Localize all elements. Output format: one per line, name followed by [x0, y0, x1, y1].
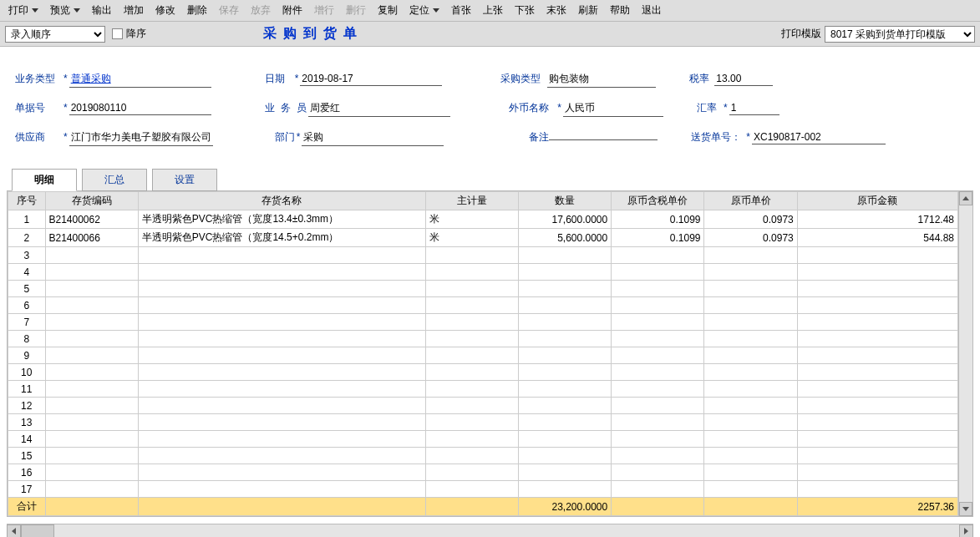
table-row[interactable]: 16	[8, 464, 958, 481]
table-row[interactable]: 8	[8, 331, 958, 347]
grid-header-row: 序号 存货编码 存货名称 主计量 数量 原币含税单价 原币单价 原币金额	[8, 192, 958, 210]
table-row[interactable]: 3	[8, 247, 958, 264]
dropdown-icon	[32, 8, 38, 13]
table-row[interactable]: 15	[8, 448, 958, 464]
col-amount[interactable]: 原币金额	[797, 192, 957, 210]
order-select[interactable]: 录入顺序	[5, 26, 105, 43]
tab-settings[interactable]: 设置	[152, 169, 217, 191]
print-template-label: 打印模版	[781, 27, 821, 41]
field-remark[interactable]: 备注	[502, 130, 658, 146]
scroll-down-icon[interactable]	[959, 502, 972, 516]
desc-label: 降序	[126, 27, 146, 41]
scroll-left-icon[interactable]	[7, 524, 21, 537]
data-grid[interactable]: 序号 存货编码 存货名称 主计量 数量 原币含税单价 原币单价 原币金额 1B2…	[8, 191, 958, 516]
table-row[interactable]: 12	[8, 398, 958, 414]
col-name[interactable]: 存货名称	[138, 192, 425, 210]
field-date[interactable]: 日期* 2019-08-17	[265, 72, 443, 88]
scroll-thumb[interactable]	[21, 524, 54, 537]
sub-toolbar: 录入顺序 降序 采购到货单 打印模版 8017 采购到货单打印模版	[0, 22, 980, 47]
toolbar-上张[interactable]: 上张	[478, 2, 508, 19]
table-row[interactable]: 4	[8, 264, 958, 281]
toolbar-放弃: 放弃	[246, 2, 276, 19]
field-doc-no[interactable]: 单据号* 2019080110	[15, 101, 211, 117]
toolbar-帮助[interactable]: 帮助	[605, 2, 635, 19]
toolbar-预览[interactable]: 预览	[45, 2, 85, 19]
table-row[interactable]: 6	[8, 297, 958, 314]
vertical-scrollbar[interactable]	[958, 191, 972, 516]
toolbar-定位[interactable]: 定位	[404, 2, 444, 19]
grid-total-row: 合计 23,200.0000 2257.36	[8, 498, 958, 516]
table-row[interactable]: 7	[8, 314, 958, 331]
col-price[interactable]: 原币单价	[704, 192, 797, 210]
field-currency[interactable]: 外币名称* 人民币	[509, 101, 663, 117]
field-dept[interactable]: 部门* 采购	[267, 130, 444, 146]
tabs: 明细 汇总 设置	[12, 169, 980, 191]
field-delivery-no[interactable]: 送货单号：* XC190817-002	[691, 130, 886, 146]
print-template-select[interactable]: 8017 采购到货单打印模版	[825, 26, 975, 43]
toolbar-首张[interactable]: 首张	[446, 2, 476, 19]
field-clerk[interactable]: 业 务 员 周爱红	[265, 101, 451, 117]
toolbar-删除[interactable]: 删除	[182, 2, 212, 19]
toolbar-复制[interactable]: 复制	[373, 2, 403, 19]
grid-container: 序号 存货编码 存货名称 主计量 数量 原币含税单价 原币单价 原币金额 1B2…	[7, 190, 973, 517]
toolbar-刷新[interactable]: 刷新	[573, 2, 603, 19]
page-title: 采购到货单	[263, 25, 363, 43]
main-toolbar: 打印预览输出增加修改删除保存放弃附件增行删行复制定位首张上张下张末张刷新帮助退出	[0, 0, 980, 22]
col-seq[interactable]: 序号	[8, 192, 46, 210]
toolbar-增行: 增行	[309, 2, 339, 19]
table-row[interactable]: 2B21400066半透明紫色PVC热缩管（宽度14.5+0.2mm）米5,60…	[8, 229, 958, 247]
table-row[interactable]: 10	[8, 364, 958, 381]
field-biz-type[interactable]: 业务类型* 普通采购	[15, 72, 211, 88]
toolbar-保存: 保存	[214, 2, 244, 19]
col-taxprice[interactable]: 原币含税单价	[612, 192, 704, 210]
table-row[interactable]: 13	[8, 414, 958, 431]
toolbar-删行: 删行	[341, 2, 371, 19]
col-code[interactable]: 存货编码	[45, 192, 138, 210]
toolbar-下张[interactable]: 下张	[510, 2, 540, 19]
toolbar-退出[interactable]: 退出	[637, 2, 667, 19]
table-row[interactable]: 5	[8, 281, 958, 297]
table-row[interactable]: 17	[8, 481, 958, 498]
col-uom[interactable]: 主计量	[425, 192, 518, 210]
table-row[interactable]: 14	[8, 431, 958, 448]
tab-detail[interactable]: 明细	[12, 169, 77, 191]
field-supplier[interactable]: 供应商* 江门市华力美电子塑胶有限公司	[15, 130, 213, 146]
horizontal-scrollbar[interactable]	[7, 524, 973, 537]
table-row[interactable]: 11	[8, 381, 958, 398]
col-qty[interactable]: 数量	[518, 192, 611, 210]
toolbar-输出[interactable]: 输出	[87, 2, 117, 19]
desc-checkbox[interactable]	[112, 28, 123, 39]
tab-summary[interactable]: 汇总	[82, 169, 147, 191]
field-exch-rate[interactable]: 汇率* 1	[697, 101, 779, 117]
field-tax-rate[interactable]: 税率 13.00	[689, 72, 773, 88]
table-row[interactable]: 1B21400062半透明紫色PVC热缩管（宽度13.4±0.3mm）米17,6…	[8, 210, 958, 229]
dropdown-icon	[433, 8, 439, 13]
table-row[interactable]: 9	[8, 347, 958, 364]
toolbar-修改[interactable]: 修改	[150, 2, 180, 19]
dropdown-icon	[74, 8, 80, 13]
toolbar-附件[interactable]: 附件	[277, 2, 307, 19]
toolbar-打印[interactable]: 打印	[3, 2, 43, 19]
toolbar-末张[interactable]: 末张	[541, 2, 571, 19]
scroll-up-icon[interactable]	[959, 191, 972, 205]
scroll-right-icon[interactable]	[959, 524, 973, 537]
form-area: 业务类型* 普通采购 日期* 2019-08-17 采购类型 购包装物 税率 1…	[0, 47, 980, 168]
toolbar-增加[interactable]: 增加	[119, 2, 149, 19]
field-purchase-type[interactable]: 采购类型 购包装物	[500, 72, 656, 88]
